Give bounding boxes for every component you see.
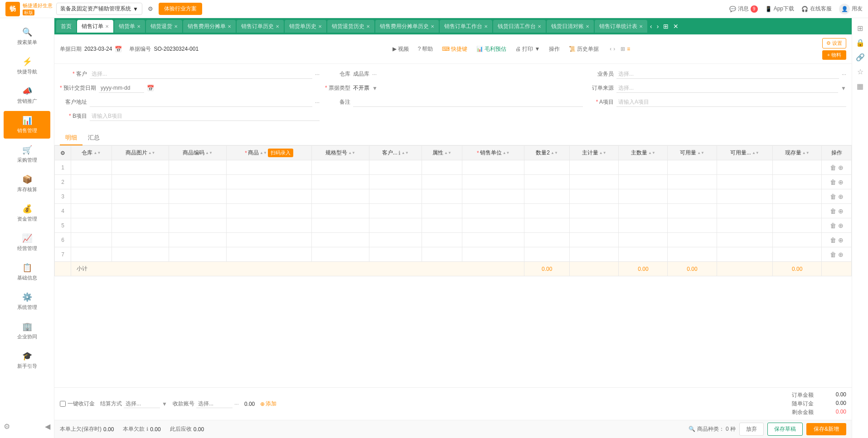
cell-attributes[interactable] (422, 247, 462, 262)
row-copy-btn[interactable]: ⊕ (838, 193, 844, 200)
cell-spec[interactable] (312, 233, 369, 247)
cell-customer-code[interactable] (369, 218, 422, 233)
sort-spec[interactable]: ▲▼ (348, 151, 355, 155)
tab-sales-refund[interactable]: 销货退货 ✕ (146, 20, 182, 33)
cell-spec[interactable] (312, 247, 369, 262)
settle-method-input[interactable] (124, 399, 160, 408)
tab-detail[interactable]: 明细 (60, 131, 82, 145)
auto-settle-checkbox[interactable]: 一键收订金 (60, 400, 95, 408)
col-settings[interactable]: ⚙ (55, 146, 71, 160)
tab-order-workbench[interactable]: 销售订单工作台 ✕ (440, 20, 492, 33)
row-copy-btn[interactable]: ⊕ (838, 207, 844, 215)
cell-attributes[interactable] (422, 189, 462, 204)
sidebar-collapse-icon[interactable]: ◀ (45, 422, 50, 431)
cell-spec[interactable] (312, 189, 369, 204)
cell-warehouse[interactable] (71, 247, 112, 262)
cell-product-name[interactable] (226, 218, 312, 233)
cell-main-qty[interactable] (619, 218, 668, 233)
tab-cash-reconcile[interactable]: 钱货日清对账 ✕ (547, 20, 594, 33)
history-btn[interactable]: 📜 历史单据 (567, 44, 601, 54)
cell-product-code[interactable] (169, 160, 226, 175)
tab-close-expense-split[interactable]: ✕ (228, 24, 231, 29)
cell-warehouse[interactable] (71, 160, 112, 175)
cell-product-image[interactable] (112, 160, 169, 175)
row-copy-btn[interactable]: ⊕ (838, 236, 844, 244)
sidebar-item-sales[interactable]: 📊 销售管理 (4, 111, 50, 139)
sidebar-settings-icon[interactable]: ⚙ (4, 422, 10, 431)
sort-attributes[interactable]: ▲▼ (444, 151, 451, 155)
sort-available-qty2[interactable]: ▲▼ (752, 151, 759, 155)
sort-current-stock[interactable]: ▲▼ (802, 151, 810, 155)
tab-prev-btn[interactable]: ‹ (648, 22, 654, 31)
salesperson-dots[interactable]: ··· (842, 71, 846, 77)
sidebar-item-marketing[interactable]: 📣 营销推广 (4, 82, 50, 109)
save-new-btn[interactable]: 保存&新增 (806, 423, 846, 435)
b-project-input[interactable] (90, 111, 320, 121)
cell-sales-unit[interactable] (462, 175, 524, 189)
cell-available-qty[interactable] (668, 175, 717, 189)
invoice-type-dropdown[interactable]: ▼ (372, 85, 378, 91)
grid-view-icon[interactable]: ⊞ (621, 46, 625, 52)
cell-product-image[interactable] (112, 247, 169, 262)
sort-product-name[interactable]: ▲▼ (260, 151, 267, 155)
cell-qty2[interactable] (524, 204, 570, 218)
cell-customer-code[interactable] (369, 247, 422, 262)
cell-warehouse[interactable] (71, 233, 112, 247)
operation-btn[interactable]: 操作 (547, 44, 562, 54)
cell-attributes[interactable] (422, 233, 462, 247)
cell-product-image[interactable] (112, 218, 169, 233)
tab-expense-history[interactable]: 销售费用分摊单历史 ✕ (375, 20, 439, 33)
settings-btn[interactable]: ⚙ 设置 (822, 38, 846, 48)
cell-available-qty[interactable] (668, 204, 717, 218)
tab-return-history[interactable]: 销货单历史 ✕ (285, 20, 326, 33)
tab-order-stats[interactable]: 销售订单统计表 ✕ (595, 20, 647, 33)
cell-current-stock[interactable] (773, 204, 822, 218)
sidebar-item-system[interactable]: ⚙️ 系统管理 (4, 288, 50, 315)
cell-available-qty2[interactable] (717, 160, 772, 175)
add-material-btn[interactable]: + 物料 (822, 50, 846, 60)
cell-warehouse[interactable] (71, 175, 112, 189)
industry-btn[interactable]: 体验行业方案 (159, 3, 202, 15)
order-source-input[interactable] (616, 83, 838, 93)
cell-product-name[interactable] (226, 233, 312, 247)
tab-close-refund-history[interactable]: ✕ (366, 24, 370, 29)
right-qr-icon[interactable]: ▦ (854, 80, 867, 92)
cell-available-qty[interactable] (668, 247, 717, 262)
cell-current-stock[interactable] (773, 247, 822, 262)
cell-available-qty[interactable] (668, 189, 717, 204)
cell-spec[interactable] (312, 160, 369, 175)
sidebar-item-basic[interactable]: 📋 基础信息 (4, 258, 50, 286)
sort-product-image[interactable]: ▲▼ (148, 151, 155, 155)
cell-warehouse[interactable] (71, 218, 112, 233)
cell-main-unit[interactable] (570, 233, 619, 247)
cell-product-name[interactable] (226, 175, 312, 189)
system-selector[interactable]: 装备及固定资产辅助管理系统 ▼ (56, 3, 142, 15)
sort-main-unit[interactable]: ▲▼ (599, 151, 606, 155)
cell-main-qty[interactable] (619, 233, 668, 247)
cell-warehouse[interactable] (71, 204, 112, 218)
cell-sales-unit[interactable] (462, 204, 524, 218)
cell-main-qty[interactable] (619, 160, 668, 175)
cell-product-code[interactable] (169, 189, 226, 204)
cell-available-qty2[interactable] (717, 204, 772, 218)
calendar-icon[interactable]: 📅 (115, 46, 122, 53)
cell-customer-code[interactable] (369, 204, 422, 218)
cell-product-name[interactable] (226, 160, 312, 175)
cell-product-image[interactable] (112, 189, 169, 204)
right-star-icon[interactable]: ☆ (854, 65, 867, 78)
delivery-date-input[interactable] (99, 83, 144, 93)
row-delete-btn[interactable]: 🗑 (830, 207, 836, 215)
account-dots[interactable]: ··· (234, 401, 239, 407)
cell-product-image[interactable] (112, 204, 169, 218)
cell-product-name[interactable] (226, 189, 312, 204)
cell-product-name[interactable] (226, 247, 312, 262)
cell-current-stock[interactable] (773, 189, 822, 204)
cell-current-stock[interactable] (773, 233, 822, 247)
row-copy-btn[interactable]: ⊕ (838, 164, 844, 171)
notification-btn[interactable]: 💬 消息 9 (729, 5, 758, 13)
nav-next-icon[interactable]: › (613, 46, 615, 52)
tab-close-sales-order[interactable]: ✕ (105, 24, 109, 29)
cell-main-unit[interactable] (570, 218, 619, 233)
cell-available-qty2[interactable] (717, 233, 772, 247)
sidebar-item-quick-nav[interactable]: ⚡ 快捷导航 (4, 52, 50, 80)
